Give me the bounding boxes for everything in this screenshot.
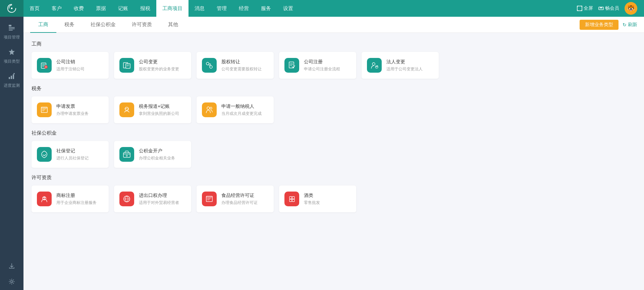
refresh-button[interactable]: ↻ 刷新 [623, 22, 637, 28]
card-icon-alcohol [284, 192, 299, 206]
section-title-shebao: 社保公积金 [32, 130, 636, 136]
card-icon-import-export [119, 192, 134, 206]
card-icon-tax [119, 102, 134, 117]
project-management-icon [8, 24, 15, 33]
sidebar-item-progress[interactable]: 进度监测 [0, 68, 23, 92]
nav-item-客户[interactable]: 客户 [46, 0, 68, 17]
card-text-security: 社保登记 进行人员社保登记 [56, 148, 89, 161]
nav-item-首页[interactable]: 首页 [23, 0, 46, 17]
card-text-taxpayer: 申请一般纳税人 当月或次月成变更完成 [221, 103, 262, 117]
refresh-icon: ↻ [623, 22, 627, 27]
card-equity-transfer[interactable]: 股权转让 公司变更需要股权转让 [197, 52, 274, 79]
card-icon-register [284, 58, 299, 73]
sidebar-item-label: 项目类型 [4, 59, 20, 64]
card-text-invoice: 申请发票 办理申请发票业务 [56, 103, 89, 117]
card-icon-taxpayer [202, 102, 217, 117]
card-icon-food [202, 192, 217, 206]
svg-point-12 [11, 281, 13, 283]
card-provident-fund[interactable]: 公积金开户 办理公积金相关业务 [114, 141, 191, 168]
scroll-content: 工商 公司注销 适用于注销公司 [23, 33, 644, 290]
sidebar-item-project-type[interactable]: 项目类型 [0, 44, 23, 68]
svg-point-25 [207, 107, 210, 110]
project-type-icon [8, 48, 15, 57]
svg-point-17 [206, 62, 209, 65]
section-title-xuke: 许可资质 [32, 174, 636, 181]
tab-right-actions: 新增业务类型 ↻ 刷新 [580, 20, 637, 30]
content-area: 工商 税务 社保公积金 许可资质 其他 新增业务类型 ↻ 刷新 [23, 17, 644, 290]
tab-other[interactable]: 其他 [160, 17, 186, 33]
svg-rect-4 [9, 27, 15, 28]
svg-point-18 [210, 66, 212, 68]
nav-item-设置[interactable]: 设置 [277, 0, 299, 17]
card-icon-cancel [37, 58, 52, 73]
card-general-taxpayer[interactable]: 申请一般纳税人 当月或次月成变更完成 [197, 96, 274, 123]
card-text-tax: 税务报道+记账 拿到营业执照的新公司 [139, 103, 179, 117]
card-import-export[interactable]: 进出口权办理 适用于对外贸易经营者 [114, 186, 191, 212]
card-social-security[interactable]: 社保登记 进行人员社保登记 [32, 141, 109, 168]
nav-item-工商项目[interactable]: 工商项目 [156, 0, 189, 17]
card-tax-bookkeeping[interactable]: 税务报道+记账 拿到营业执照的新公司 [114, 96, 191, 123]
nav-items: 首页客户收费票据记账报税工商项目消息管理经营服务设置 [23, 0, 577, 17]
top-nav-right: 全屏 畅会员 🐯 [577, 2, 644, 15]
svg-rect-33 [289, 197, 292, 199]
card-company-cancel[interactable]: 公司注销 适用于注销公司 [32, 52, 109, 79]
svg-rect-1 [577, 6, 582, 11]
card-trademark[interactable]: 商标注册 用于企业商标注册服务 [32, 186, 109, 212]
avatar[interactable]: 🐯 [625, 2, 637, 15]
tab-shebao[interactable]: 社保公积金 [83, 17, 124, 33]
logo[interactable] [0, 0, 23, 17]
svg-point-26 [210, 107, 212, 109]
download-icon [8, 263, 15, 270]
sidebar-settings[interactable] [0, 274, 23, 290]
nav-item-报税[interactable]: 报税 [134, 0, 156, 17]
svg-rect-32 [206, 196, 212, 198]
card-food-license[interactable]: 食品经营许可证 办理食品经营许可证 [197, 186, 274, 212]
tab-xuke[interactable]: 许可资质 [124, 17, 160, 33]
card-company-register[interactable]: 公司注册 申请公司注册全流程 [279, 52, 356, 79]
nav-item-服务[interactable]: 服务 [255, 0, 277, 17]
tab-shuiwu[interactable]: 税务 [56, 17, 83, 33]
section-xuke: 许可资质 商标注册 用于企业商标注册服务 [32, 174, 636, 212]
new-type-button[interactable]: 新增业务类型 [580, 20, 619, 30]
card-legal-person-change[interactable]: 法人变更 适用于公司变更法人 [362, 52, 439, 79]
svg-rect-6 [9, 30, 13, 30]
svg-rect-9 [11, 76, 12, 79]
card-icon-change [119, 58, 134, 73]
tab-gongshang[interactable]: 工商 [30, 17, 56, 33]
fullscreen-label: 全屏 [584, 5, 593, 11]
card-company-change[interactable]: 公司变更 股权变更外的业务变更 [114, 52, 191, 79]
nav-item-经营[interactable]: 经营 [233, 0, 255, 17]
progress-icon [8, 72, 15, 81]
card-alcohol[interactable]: 酒类 零售批发 [279, 186, 356, 212]
card-icon-legal [367, 58, 382, 73]
card-text-change: 公司变更 股权变更外的业务变更 [139, 59, 179, 72]
nav-item-消息[interactable]: 消息 [189, 0, 211, 17]
section-shuiwu: 税务 申请发票 办理申请发票业务 [32, 85, 636, 123]
sidebar-download[interactable] [0, 259, 23, 274]
nav-item-记账[interactable]: 记账 [112, 0, 134, 17]
svg-rect-35 [289, 199, 292, 202]
card-icon-invoice [37, 102, 52, 117]
nav-item-收费[interactable]: 收费 [68, 0, 90, 17]
tab-bar: 工商 税务 社保公积金 许可资质 其他 新增业务类型 ↻ 刷新 [23, 17, 644, 33]
cards-gongshang: 公司注销 适用于注销公司 公司变更 [32, 52, 636, 79]
vip-label: 畅会员 [605, 5, 619, 11]
svg-point-11 [13, 73, 15, 74]
svg-point-20 [372, 63, 375, 65]
card-icon-trademark [37, 192, 52, 206]
svg-rect-34 [292, 197, 294, 199]
fullscreen-button[interactable]: 全屏 [577, 5, 593, 11]
section-title-gongshang: 工商 [32, 41, 636, 47]
nav-item-管理[interactable]: 管理 [211, 0, 233, 17]
vip-button[interactable]: 畅会员 [598, 5, 619, 11]
section-title-shuiwu: 税务 [32, 85, 636, 92]
card-apply-invoice[interactable]: 申请发票 办理申请发票业务 [32, 96, 109, 123]
svg-rect-19 [289, 62, 294, 68]
cards-shebao: 社保登记 进行人员社保登记 [32, 141, 636, 168]
settings-icon [8, 278, 15, 286]
nav-item-票据[interactable]: 票据 [90, 0, 112, 17]
svg-rect-36 [292, 199, 294, 202]
card-icon-security [37, 147, 52, 162]
sidebar-item-project-management[interactable]: 项目管理 [0, 20, 23, 44]
top-navigation: 首页客户收费票据记账报税工商项目消息管理经营服务设置 全屏 畅会员 🐯 [0, 0, 644, 17]
